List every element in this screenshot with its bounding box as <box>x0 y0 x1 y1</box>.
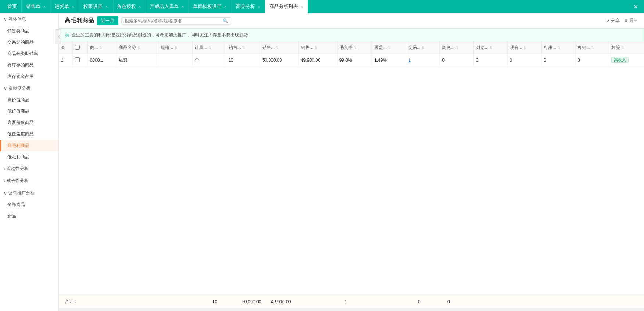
info-tip: ⊙ 企业的主要的利润都是这部分商品创造的，可考虑加大推广，同时关注库存是不要出现… <box>59 29 644 41</box>
content-area: 高毛利商品 近一月 🔍 ↗ 分享 ⬇ 导出 <box>59 13 644 311</box>
close-all-button[interactable]: ✕ <box>630 3 641 10</box>
table-footer: 合计： 10 50,000.00 49,900.00 1 0 0 <box>59 295 644 308</box>
horizontal-scrollbar[interactable] <box>59 308 644 311</box>
arrow-icon-2: › <box>4 166 5 171</box>
nav-close-icon-4[interactable]: × <box>139 5 141 9</box>
sidebar-group-label-3: 成长性分析 <box>7 178 29 184</box>
col-header-unit[interactable]: 计量... ⇅ <box>192 41 226 54</box>
nav-item-0[interactable]: 首页 <box>3 0 22 13</box>
sort-icon-code: ⇅ <box>99 46 102 50</box>
row-tag: 高收入 <box>609 54 644 66</box>
table-row: 10000...运费个1050,000.0049,900.0099.8%1.49… <box>59 54 644 66</box>
nav-item-7[interactable]: 商品分析 × <box>231 0 265 13</box>
col-header-sales_cost[interactable]: 销售... ⇅ <box>298 41 337 54</box>
row-current-stock: 0 <box>507 54 541 66</box>
table-body: 10000...运费个1050,000.0049,900.0099.8%1.49… <box>59 54 644 66</box>
col-header-spec[interactable]: 规格... ⇅ <box>158 41 192 54</box>
col-header-coverage[interactable]: 覆盖... ⇅ <box>372 41 406 54</box>
row-checkbox-0[interactable] <box>75 57 80 62</box>
arrow-icon-0: ∨ <box>4 17 7 22</box>
col-header-views1[interactable]: 浏览... ⇅ <box>440 41 474 54</box>
col-header-name[interactable]: 商品名称 ⇅ <box>116 41 158 54</box>
top-navigation: 首页销售单 ×进货单 ×权限设置 ×角色授权 ×产成品入库单 ×单据模板设置 ×… <box>0 0 644 13</box>
nav-close-icon-7[interactable]: × <box>258 5 260 9</box>
sidebar-item-1-1[interactable]: 低价值商品 <box>0 106 58 117</box>
col-header-transactions[interactable]: 交易... ⇅ <box>406 41 440 54</box>
sidebar-item-0-0[interactable]: 销售类商品 <box>0 25 58 37</box>
row-transactions[interactable]: 1 <box>406 54 440 66</box>
footer-total-label: 合计： <box>65 299 78 305</box>
sidebar-item-0-1[interactable]: 交易过的商品 <box>0 37 58 48</box>
col-header-sales_qty[interactable]: 销售... ⇅ <box>226 41 260 54</box>
sidebar-group-1[interactable]: ∨ 贡献度分析 <box>0 82 58 94</box>
sidebar-item-0-2[interactable]: 商品分类助销率 <box>0 48 58 59</box>
nav-item-6[interactable]: 单据模板设置 × <box>188 0 231 13</box>
transaction-link-0[interactable]: 1 <box>408 58 411 63</box>
tag-badge-0: 高收入 <box>611 57 629 63</box>
row-checkbox[interactable] <box>72 54 87 66</box>
col-header-code[interactable]: 商... ⇅ <box>87 41 116 54</box>
row-available-stock: 0 <box>541 54 575 66</box>
search-input[interactable] <box>125 18 221 23</box>
col-header-views2[interactable]: 浏览... ⇅ <box>474 41 507 54</box>
col-header-sellable[interactable]: 可销... ⇅ <box>575 41 609 54</box>
nav-item-2[interactable]: 进货单 × <box>50 0 79 13</box>
nav-item-4[interactable]: 角色授权 × <box>112 0 146 13</box>
select-all-checkbox[interactable] <box>75 45 80 50</box>
nav-item-5[interactable]: 产成品入库单 × <box>145 0 188 13</box>
sort-icon-views2: ⇅ <box>490 46 493 50</box>
sort-icon-name: ⇅ <box>138 46 141 50</box>
nav-close-icon-5[interactable]: × <box>181 5 184 9</box>
data-table: ⚙商... ⇅商品名称 ⇅规格... ⇅计量... ⇅销售... ⇅销售... … <box>59 41 644 66</box>
sidebar-item-0-3[interactable]: 有库存的商品 <box>0 59 58 71</box>
search-icon[interactable]: 🔍 <box>223 18 228 23</box>
nav-close-icon-2[interactable]: × <box>72 5 74 9</box>
sort-icon-sales_cost: ⇅ <box>314 46 317 50</box>
row-sales-qty: 10 <box>226 54 260 66</box>
nav-close-icon-3[interactable]: × <box>105 5 108 9</box>
col-header-gross_margin[interactable]: 毛利率 ⇅ <box>337 41 372 54</box>
row-sales-cost: 49,900.00 <box>298 54 337 66</box>
nav-close-icon-1[interactable]: × <box>43 5 46 9</box>
nav-item-1[interactable]: 销售单 × <box>22 0 50 13</box>
sidebar-item-4-0[interactable]: 全部商品 <box>0 199 58 210</box>
col-header-available_stock[interactable]: 可用... ⇅ <box>541 41 575 54</box>
col-header-tag[interactable]: 标签 ⇅ <box>609 41 644 54</box>
nav-item-3[interactable]: 权限设置 × <box>79 0 112 13</box>
sidebar-group-0[interactable]: ∨ 整体信息 <box>0 13 58 25</box>
sidebar-group-4[interactable]: ∨ 营销推广分析 <box>0 187 58 199</box>
sidebar-item-1-3[interactable]: 低覆盖度商品 <box>0 129 58 140</box>
row-code: 0000... <box>87 54 116 66</box>
sort-icon-spec: ⇅ <box>175 46 177 50</box>
table-header: ⚙商... ⇅商品名称 ⇅规格... ⇅计量... ⇅销售... ⇅销售... … <box>59 41 644 54</box>
sidebar-item-1-5[interactable]: 低毛利商品 <box>0 151 58 163</box>
col-header-current_stock[interactable]: 现有... ⇅ <box>507 41 541 54</box>
share-label: 分享 <box>611 18 620 24</box>
sidebar-collapse-button[interactable]: 《 <box>55 29 61 44</box>
sidebar-item-1-0[interactable]: 高价值商品 <box>0 94 58 106</box>
header-actions: ↗ 分享 ⬇ 导出 <box>606 18 638 24</box>
nav-close-icon-8[interactable]: × <box>301 5 303 9</box>
collapse-icon: 《 <box>56 34 60 40</box>
sidebar-group-3[interactable]: › 成长性分析 <box>0 175 58 187</box>
filter-recent-month-button[interactable]: 近一月 <box>97 16 118 25</box>
search-box: 🔍 <box>121 17 231 25</box>
row-sellable: 0 <box>575 54 609 66</box>
row-spec <box>158 54 192 66</box>
col-header-sales_amount[interactable]: 销售... ⇅ <box>260 41 298 54</box>
nav-close-icon-6[interactable]: × <box>224 5 227 9</box>
settings-icon[interactable]: ⚙ <box>61 45 65 50</box>
nav-item-8[interactable]: 商品分析列表 × <box>265 0 308 13</box>
share-button[interactable]: ↗ 分享 <box>606 18 620 24</box>
footer-available-stock: 0 <box>445 299 475 304</box>
sort-icon-views1: ⇅ <box>456 46 459 50</box>
sidebar-item-0-4[interactable]: 库存资金占用 <box>0 71 58 82</box>
arrow-icon-4: ∨ <box>4 191 7 196</box>
sidebar-item-1-4[interactable]: 高毛利商品 <box>0 140 58 151</box>
sidebar-item-1-2[interactable]: 高覆盖度商品 <box>0 117 58 129</box>
sidebar-group-label-0: 整体信息 <box>8 16 26 22</box>
sidebar-item-4-1[interactable]: 新品 <box>0 210 58 222</box>
sidebar-group-2[interactable]: › 流趋性分析 <box>0 163 58 175</box>
export-button[interactable]: ⬇ 导出 <box>624 18 638 24</box>
data-table-wrapper: ⚙商... ⇅商品名称 ⇅规格... ⇅计量... ⇅销售... ⇅销售... … <box>59 41 644 295</box>
